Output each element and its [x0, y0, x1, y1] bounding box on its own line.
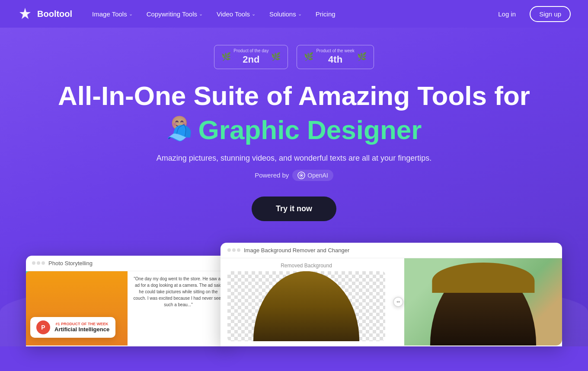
menu-icon [32, 261, 45, 265]
chevron-down-icon: ⌄ [199, 11, 203, 17]
badge-tag: #1 PRODUCT OF THE WEEK [54, 322, 109, 326]
badge-product-of-week: 🌿 Product of the week 4th 🌿 [297, 45, 374, 69]
powered-by-label: Powered by [255, 171, 289, 179]
hero-role-row: 😊 🧢 Graphic Designer [9, 115, 579, 145]
badge-text: #1 PRODUCT OF THE WEEK Artificial Intell… [54, 322, 109, 333]
badge-product-of-day: 🌿 Product of the day 2nd 🌿 [214, 45, 288, 69]
card-right-header: Image Background Remover and Changer [220, 243, 562, 258]
menu-icon-right [227, 248, 240, 252]
chevron-down-icon: ⌄ [252, 11, 256, 17]
logo-icon [17, 6, 33, 22]
hero-role-text: Graphic Designer [198, 115, 422, 145]
card-left-text: "One day my dog went to the store. He sa… [128, 271, 229, 346]
openai-icon [297, 171, 305, 179]
signup-button[interactable]: Sign up [530, 6, 571, 22]
svg-point-0 [23, 12, 27, 16]
role-emoji: 😊 🧢 [166, 115, 192, 145]
svg-point-2 [300, 174, 302, 176]
removed-bg-image [227, 271, 385, 341]
nav-links: Image Tools ⌄ Copywriting Tools ⌄ Video … [86, 7, 341, 21]
nav-item-copywriting-tools[interactable]: Copywriting Tools ⌄ [141, 7, 209, 21]
login-button[interactable]: Log in [491, 7, 523, 21]
openai-badge: OpenAI [292, 170, 333, 181]
person-silhouette [243, 271, 370, 341]
badge-week-num: 4th [316, 54, 354, 66]
award-badges: 🌿 Product of the day 2nd 🌿 🌿 Product of … [9, 45, 579, 69]
laurel-right-icon: 🌿 [271, 52, 281, 62]
badge-day-num: 2nd [233, 54, 268, 66]
divider-handle[interactable]: ⇔ [392, 258, 404, 346]
try-it-now-button[interactable]: Try it now [252, 197, 336, 221]
removed-bg-label: Removed Background [227, 263, 385, 269]
logo-text: Booltool [37, 9, 72, 19]
hero-headline: All-In-One Suite of Amazing Tools for [9, 81, 579, 111]
split-handle-icon: ⇔ [393, 297, 403, 307]
nav-right: Log in Sign up [491, 6, 571, 22]
logo[interactable]: Booltool [17, 6, 72, 22]
original-image-section [404, 258, 562, 346]
chevron-down-icon: ⌄ [298, 11, 302, 17]
openai-label: OpenAI [307, 172, 328, 179]
product-badge-overlay: P #1 PRODUCT OF THE WEEK Artificial Inte… [30, 317, 115, 338]
nav-item-video-tools[interactable]: Video Tools ⌄ [211, 7, 262, 21]
hero-subtitle: Amazing pictures, stunning videos, and w… [9, 154, 579, 163]
nav-left: Booltool Image Tools ⌄ Copywriting Tools… [17, 6, 342, 22]
badge-week-label: Product of the week [316, 48, 354, 54]
badge-day-label: Product of the day [233, 48, 268, 54]
card-left-header: Photo Storytelling [26, 256, 229, 271]
nav-item-pricing[interactable]: Pricing [310, 7, 342, 21]
card-right-body: Removed Background ⇔ [220, 258, 562, 346]
preview-area: Photo Storytelling "One day my dog went … [9, 243, 579, 346]
emoji-front: 🧢 [166, 121, 192, 145]
card-left-title: Photo Storytelling [48, 260, 93, 266]
original-image [404, 258, 562, 346]
laurel-left-icon: 🌿 [221, 52, 231, 62]
navbar: Booltool Image Tools ⌄ Copywriting Tools… [0, 0, 588, 28]
nav-item-image-tools[interactable]: Image Tools ⌄ [86, 7, 139, 21]
chevron-down-icon: ⌄ [129, 11, 133, 17]
hero-section: 🌿 Product of the day 2nd 🌿 🌿 Product of … [0, 28, 588, 346]
laurel-left-icon-2: 🌿 [304, 52, 313, 62]
badge-circle-icon: P [36, 320, 50, 334]
hat-shape [432, 263, 534, 293]
badge-title: Artificial Intelligence [54, 326, 109, 333]
card-bg-remover: Image Background Remover and Changer Rem… [220, 243, 562, 346]
nav-item-solutions[interactable]: Solutions ⌄ [263, 7, 308, 21]
powered-by-row: Powered by OpenAI [9, 170, 579, 181]
card-right-title: Image Background Remover and Changer [244, 247, 349, 254]
removed-bg-section: Removed Background [220, 258, 392, 346]
laurel-right-icon-2: 🌿 [357, 52, 367, 62]
